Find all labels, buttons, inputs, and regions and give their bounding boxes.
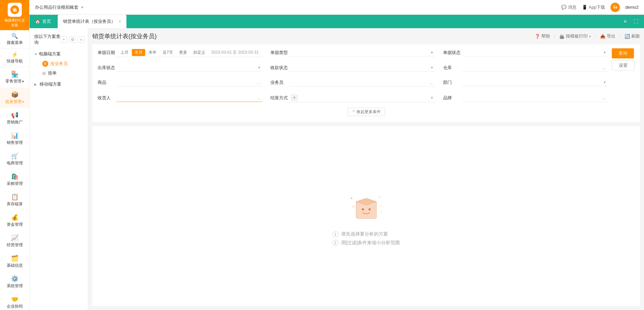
sales-label: 销售管理 (7, 140, 23, 146)
username[interactable]: demo2 (625, 5, 639, 10)
right-main: 销货单统计表(按业务员) ❓ 帮助 | 🖨️ 按模板打印 ▾ | 📤 (88, 28, 644, 310)
sidebar-quicknav[interactable]: ⚡ 快捷导航 (0, 49, 29, 67)
status-control[interactable]: ▾ (462, 49, 608, 56)
tab-close-btn[interactable]: × (119, 19, 121, 24)
filter-goods: 商品 ... (98, 79, 262, 87)
status-arrow-icon: ▾ (604, 50, 606, 55)
settle-control[interactable]: × ▾ (289, 93, 435, 102)
sysadmin-label: 系统管理 (7, 283, 23, 289)
brand-control[interactable]: ... (462, 94, 608, 102)
app-download-btn[interactable]: 📱 App下载 (582, 4, 605, 10)
date-custom-btn[interactable]: 自定义 (191, 49, 208, 56)
tab-home[interactable]: 🏠 首页 (30, 15, 56, 28)
panel-settings-btn[interactable]: ⚙ (69, 36, 76, 43)
tab-maximize-btn[interactable]: ⛶ (632, 17, 640, 25)
date-7days-btn[interactable]: 近7天 (160, 49, 176, 56)
operations-label: 经营管理 (7, 242, 23, 248)
panel-header-title: 按以下方案查询 (34, 34, 60, 46)
consignee-control[interactable]: ... (116, 94, 262, 102)
status-label: 单据状态 (443, 50, 462, 56)
outstatus-control[interactable]: ▾ (116, 64, 262, 71)
settle-arrow-icon: ▾ (431, 96, 433, 100)
date-prev-btn[interactable]: 上月 (118, 49, 131, 56)
tab-close-window-btn[interactable]: ✕ (621, 17, 629, 25)
goods-label: 商品 (98, 80, 116, 86)
reset-button[interactable]: 设置 (612, 60, 635, 70)
collapse-btn[interactable]: ⌃ 收起更多条件 (347, 108, 385, 116)
warehouse-ellipsis[interactable]: ... (602, 65, 606, 70)
panel-add-btn[interactable]: + (60, 36, 67, 43)
warehouse-control[interactable]: ... (462, 64, 608, 72)
print-arrow-icon: ▾ (589, 35, 591, 38)
help-btn[interactable]: ❓ 帮助 (535, 33, 550, 39)
sidebar-item-basicinfo[interactable]: 🗂️ 基础信息 (0, 251, 29, 272)
goods-control[interactable]: ... (116, 79, 262, 87)
sidebar-item-finance[interactable]: 💰 资金管理 (0, 210, 29, 231)
app-logo[interactable]: 畅 畅捷通好生意 标版 (0, 0, 29, 30)
svg-text:畅: 畅 (13, 8, 17, 12)
panel-sub-salesman[interactable]: 按 按业务员 (39, 59, 88, 68)
sidebar-item-inventory[interactable]: 📋 库存核算 (0, 190, 29, 210)
date-cur-btn[interactable]: 本月 (132, 49, 145, 56)
panel-header-actions: + ⚙ « (60, 36, 85, 43)
panel-desktop-section[interactable]: ▼ 电脑端方案 (30, 49, 88, 59)
brand-ellipsis[interactable]: ... (602, 95, 606, 100)
header-left: 办公用品行业模拟账套 ▾ (35, 4, 83, 10)
avatar[interactable]: Ea (610, 3, 620, 12)
salesman-control[interactable]: ... (289, 79, 435, 87)
divider1: | (554, 34, 555, 39)
sidebar-item-purchase[interactable]: 🛍️ 采购管理 (0, 169, 29, 190)
date-year-btn[interactable]: 本年 (146, 49, 159, 56)
svg-point-4 (362, 208, 364, 210)
salesman-ellipsis[interactable]: ... (429, 80, 433, 85)
app-download-label: App下载 (589, 4, 605, 10)
panel-mobile-section[interactable]: ▶ 移动端方案 (30, 79, 88, 89)
filter-salesman: 业务员 ... (270, 79, 435, 87)
message-btn[interactable]: 💬 消息 (561, 4, 577, 10)
sidebar-item-operations[interactable]: 📈 经营管理 (0, 231, 29, 251)
ecom-icon: 🛒 (11, 152, 18, 160)
dept-arrow-icon: ▾ (604, 80, 606, 85)
sidebar-item-sales[interactable]: 📊 销售管理 (0, 128, 29, 149)
panel-section-desktop: ▼ 电脑端方案 按 按业务员 ⊞ 按单 (30, 48, 88, 79)
desktop-arrow-icon: ▼ (34, 52, 38, 56)
message-icon: 💬 (561, 5, 567, 10)
export-btn[interactable]: 📤 导出 (600, 33, 615, 39)
sidebar-item-sysadmin[interactable]: ⚙️ 系统管理 (0, 272, 29, 292)
sidebar-item-wholesale[interactable]: 📦 批发管理 (0, 88, 29, 108)
type-control[interactable]: ▾ (289, 49, 435, 56)
filter-warehouse: 仓库 ... (443, 64, 608, 72)
query-button[interactable]: 查询 (612, 48, 634, 58)
dept-control[interactable]: ▾ (462, 79, 608, 86)
close-window-icon: ✕ (623, 19, 627, 24)
mobile-arrow-icon: ▶ (34, 83, 37, 86)
consignee-label: 收货人 (98, 95, 116, 101)
filter-brand: 品牌 ... (443, 94, 608, 102)
filter-row-2: 出库状态 ▾ 收款状态 ▾ (98, 64, 608, 72)
tab-sales-stat[interactable]: 销货单统计表（按业务员） × (58, 15, 126, 28)
sales-icon: 📊 (11, 132, 18, 139)
goods-ellipsis[interactable]: ... (257, 80, 260, 85)
outstatus-arrow-icon: ▾ (258, 65, 260, 70)
recvstatus-control[interactable]: ▾ (289, 64, 435, 71)
print-btn[interactable]: 🖨️ 按模板打印 ▾ (559, 33, 591, 39)
header-dropdown-arrow[interactable]: ▾ (81, 5, 83, 10)
panel-collapse-btn[interactable]: « (78, 36, 85, 43)
consignee-ellipsis[interactable]: ... (257, 95, 260, 100)
settle-value-badge[interactable]: × (291, 95, 298, 101)
empty-state: ✦ ✦ ✦ 1 请先选择要分析的方案 2 用[过滤]条 (92, 126, 640, 306)
inventory-label: 库存核算 (7, 201, 23, 207)
sidebar-search[interactable]: 🔍 搜索菜单 (0, 30, 29, 49)
sidebar-item-ecom[interactable]: 🛒 电商管理 (0, 149, 29, 169)
sidebar-item-collab[interactable]: 🤝 企业协同 (0, 292, 29, 310)
panel-header: 按以下方案查询 + ⚙ « (30, 32, 88, 48)
collapse-label: 收起更多条件 (357, 109, 381, 115)
sidebar-item-marketing[interactable]: 📢 营销推广 (0, 108, 29, 128)
app-download-icon: 📱 (582, 5, 587, 10)
sidebar-item-retail[interactable]: 🏪 零售管理 (0, 67, 29, 88)
refresh-btn[interactable]: 🔄 刷新 (625, 33, 640, 39)
quicknav-label: 快捷导航 (7, 58, 23, 64)
filter-row-4: 收货人 ... 结算方式 (98, 93, 608, 102)
date-more-btn[interactable]: 更多 (176, 49, 190, 56)
panel-sub-order[interactable]: ⊞ 按单 (39, 68, 88, 78)
